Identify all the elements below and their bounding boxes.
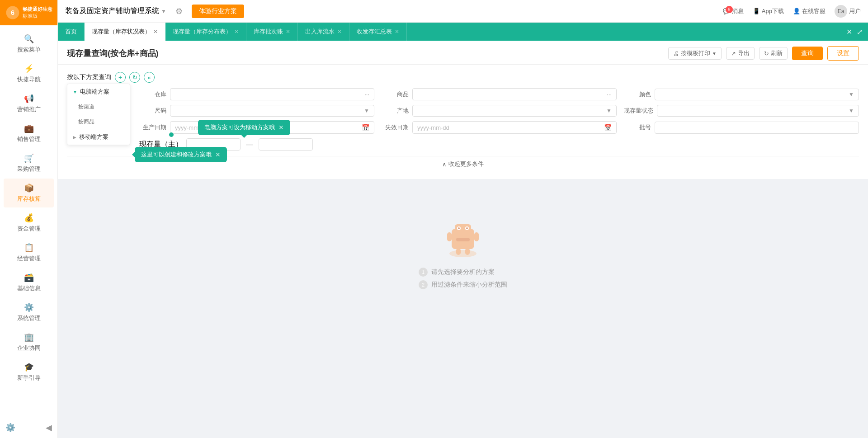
create-tip-close[interactable]: ✕ bbox=[215, 151, 221, 158]
print-template-btn[interactable]: 🖨 按模板打印 ▼ bbox=[668, 47, 722, 60]
empty-state: 1 请先选择要分析的方案 2 用过滤条件来缩小分析范围 bbox=[58, 179, 868, 325]
sidebar-item-inventory[interactable]: 📦 库存核算 bbox=[4, 179, 54, 207]
tab-inventory-status[interactable]: 现存量（库存状况表） ✕ bbox=[85, 23, 165, 41]
filter-size-select[interactable]: ▼ bbox=[170, 105, 374, 117]
sidebar-item-guide[interactable]: 🎓 新手引导 bbox=[4, 358, 54, 386]
filter-expire-date-from[interactable]: yyyy-mm-dd 📅 bbox=[412, 121, 617, 134]
sidebar-item-quick-nav[interactable]: ⚡ 快捷导航 bbox=[4, 59, 54, 88]
sidebar-nav: 🔍 搜索菜单 ⚡ 快捷导航 📢 营销推广 💼 销售管理 🛒 采购管理 📦 库存核… bbox=[0, 25, 57, 417]
refresh-btn[interactable]: ↻ 刷新 bbox=[759, 47, 788, 60]
add-scheme-btn[interactable]: + bbox=[115, 72, 126, 83]
tab-home[interactable]: 首页 bbox=[58, 23, 85, 41]
scheme-sub-channels-label: 按渠道 bbox=[78, 103, 94, 111]
refresh-scheme-btn[interactable]: ↻ bbox=[129, 72, 140, 83]
sidebar-label-quick-nav: 快捷导航 bbox=[17, 75, 41, 84]
sidebar-label-guide: 新手引导 bbox=[17, 374, 41, 382]
tab-close-all-icon[interactable]: ✕ bbox=[846, 28, 852, 36]
back-scheme-btn[interactable]: « bbox=[144, 72, 155, 83]
sidebar-label-purchase: 采购管理 bbox=[17, 165, 41, 173]
message-badge: 9 bbox=[726, 6, 733, 13]
filter-goods-select[interactable]: ··· bbox=[412, 88, 617, 100]
filter-stock-status-select[interactable]: ▼ bbox=[657, 105, 859, 117]
sidebar-label-finance: 资金管理 bbox=[17, 225, 41, 233]
mobile-scheme-item[interactable]: ▶ 移动端方案 bbox=[67, 129, 130, 145]
sidebar-item-sales[interactable]: 💼 销售管理 bbox=[4, 119, 54, 148]
sidebar-item-operation[interactable]: 📋 经营管理 bbox=[4, 238, 54, 267]
inventory-icon: 📦 bbox=[24, 183, 34, 193]
filter-origin-select[interactable]: ▼ bbox=[412, 105, 617, 117]
filter-size: 尺码 ▼ bbox=[139, 105, 374, 117]
scheme-sub-goods-label: 按商品 bbox=[78, 118, 94, 126]
empty-step-2: 2 用过滤条件来缩小分析范围 bbox=[419, 280, 507, 289]
pc-scheme-item[interactable]: ▼ 电脑端方案 bbox=[67, 84, 130, 99]
sidebar-label-search-menu: 搜索菜单 bbox=[17, 46, 41, 54]
tab-receive-send[interactable]: 收发存汇总表 ✕ bbox=[349, 23, 407, 41]
tab-inventory-dist[interactable]: 现存量（库存分布表） ✕ bbox=[165, 23, 246, 41]
filter-stock-qty-to[interactable] bbox=[259, 138, 313, 151]
settings-bottom-icon[interactable]: ⚙️ bbox=[5, 423, 15, 433]
tab-right-actions: ✕ ⤢ bbox=[841, 23, 868, 41]
logo-line1: 畅捷通好生意 bbox=[23, 6, 52, 13]
operation-icon: 📋 bbox=[24, 243, 34, 253]
more-dots-icon: ··· bbox=[364, 91, 369, 98]
goods-dots-icon: ··· bbox=[607, 91, 612, 98]
system-icon: ⚙️ bbox=[24, 302, 34, 312]
sales-icon: 💼 bbox=[24, 123, 34, 133]
origin-arrow-icon: ▼ bbox=[606, 108, 612, 114]
online-service-btn[interactable]: 👤 在线客服 bbox=[793, 7, 826, 15]
create-tip-tooltip: 这里可以创建和修改方案哦 ✕ bbox=[135, 147, 227, 162]
app-download-label: App下载 bbox=[762, 7, 784, 15]
filter-title: 按以下方案查询 bbox=[67, 73, 111, 81]
sidebar-item-finance[interactable]: 💰 资金管理 bbox=[4, 208, 54, 237]
connector-dot bbox=[169, 132, 174, 137]
page-header: 现存量查询(按仓库+商品) 🖨 按模板打印 ▼ ↗ 导出 ↻ 刷新 bbox=[58, 41, 868, 65]
message-btn[interactable]: 💬 9 消息 bbox=[723, 7, 744, 15]
collapse-sidebar-icon[interactable]: ◀ bbox=[46, 423, 52, 433]
service-icon: 👤 bbox=[793, 8, 800, 14]
export-btn[interactable]: ↗ 导出 bbox=[726, 47, 755, 60]
pc-tip-close[interactable]: ✕ bbox=[278, 124, 284, 131]
tab-fullscreen-icon[interactable]: ⤢ bbox=[857, 28, 863, 36]
step-1-text: 请先选择要分析的方案 bbox=[431, 268, 495, 276]
query-button[interactable]: 查询 bbox=[792, 47, 823, 60]
tab-inout-flow[interactable]: 出入库流水 ✕ bbox=[298, 23, 349, 41]
filter-batch-label: 批号 bbox=[624, 123, 651, 132]
filter-area: 按以下方案查询 + ↻ « ▼ 电脑端方案 按渠道 按商品 ▶ bbox=[58, 65, 868, 179]
scheme-sub-channels[interactable]: 按渠道 bbox=[67, 99, 130, 114]
sidebar-item-search-menu[interactable]: 🔍 搜索菜单 bbox=[4, 29, 54, 58]
settings-button[interactable]: 设置 bbox=[827, 46, 859, 61]
filter-warehouse-select[interactable]: ··· bbox=[170, 88, 374, 100]
tab-receive-send-label: 收发存汇总表 bbox=[357, 28, 392, 36]
tab-close-inventory-status[interactable]: ✕ bbox=[153, 28, 158, 35]
page-title: 现存量查询(按仓库+商品) bbox=[67, 48, 159, 59]
tab-batch-account[interactable]: 库存批次账 ✕ bbox=[246, 23, 298, 41]
svg-point-8 bbox=[466, 227, 468, 229]
filter-batch-input[interactable] bbox=[655, 122, 859, 134]
tab-close-inventory-dist[interactable]: ✕ bbox=[234, 28, 239, 35]
scheme-sub-goods[interactable]: 按商品 bbox=[67, 114, 130, 129]
svg-text:6: 6 bbox=[10, 9, 14, 16]
pc-tip-tooltip: 电脑方案可设为移动方案哦 ✕ bbox=[198, 120, 290, 135]
collapse-up-icon: ∧ bbox=[442, 161, 447, 168]
exp-button[interactable]: 体验行业方案 bbox=[192, 5, 244, 18]
system-title-select[interactable]: 装备及固定资产辅助管理系统 ▼ bbox=[65, 6, 166, 16]
sidebar-item-basic[interactable]: 🗃️ 基础信息 bbox=[4, 268, 54, 297]
filter-color-select[interactable]: ▼ bbox=[655, 89, 859, 100]
sidebar-item-purchase[interactable]: 🛒 采购管理 bbox=[4, 149, 54, 178]
page-actions: 🖨 按模板打印 ▼ ↗ 导出 ↻ 刷新 查询 设置 bbox=[668, 46, 859, 61]
app-download-btn[interactable]: 📱 App下载 bbox=[753, 7, 784, 15]
settings-gear-icon[interactable]: ⚙ bbox=[175, 6, 183, 16]
svg-rect-13 bbox=[465, 248, 470, 255]
filter-size-label: 尺码 bbox=[139, 107, 166, 115]
tab-close-receive-send[interactable]: ✕ bbox=[395, 28, 399, 35]
sidebar-item-marketing[interactable]: 📢 营销推广 bbox=[4, 89, 54, 118]
filter-color-label: 颜色 bbox=[624, 90, 651, 99]
sidebar-item-system[interactable]: ⚙️ 系统管理 bbox=[4, 298, 54, 327]
sidebar-item-enterprise[interactable]: 🏢 企业协同 bbox=[4, 328, 54, 357]
user-btn[interactable]: Ea 用户 bbox=[835, 5, 861, 18]
tab-close-batch-account[interactable]: ✕ bbox=[286, 28, 290, 35]
sidebar-bottom: ⚙️ ◀ bbox=[0, 417, 57, 438]
step-2-text: 用过滤条件来缩小分析范围 bbox=[431, 281, 507, 289]
range-dash: — bbox=[246, 141, 253, 149]
tab-close-inout-flow[interactable]: ✕ bbox=[337, 28, 342, 35]
